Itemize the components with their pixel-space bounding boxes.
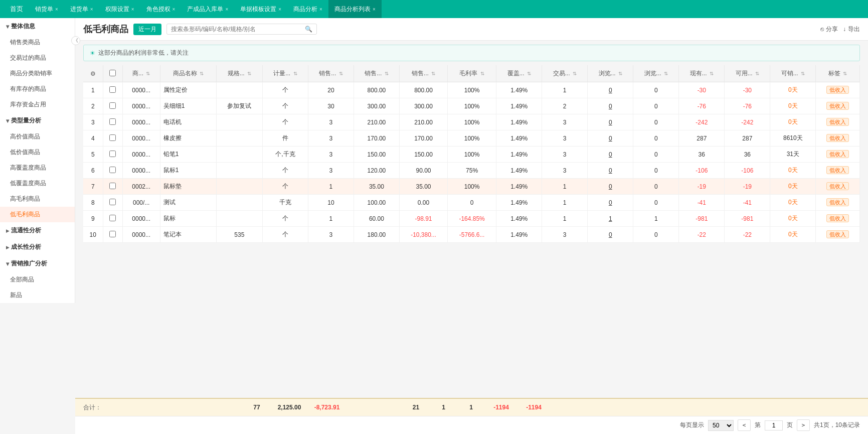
per-page-select[interactable]: 50 100 200	[708, 420, 734, 431]
nav-sales-order[interactable]: 销货单 ×	[29, 0, 64, 18]
cell-checkbox[interactable]	[103, 82, 122, 98]
cell-view1[interactable]: 0	[588, 179, 633, 195]
th-spec[interactable]: 规格... ⇅	[216, 65, 262, 82]
tag-badge: 低收入	[826, 166, 849, 174]
nav-close-analysis-list[interactable]: ×	[373, 7, 376, 12]
cell-view1[interactable]: 0	[588, 163, 633, 179]
date-filter-button[interactable]: 近一月	[133, 24, 161, 35]
nav-purchase-order[interactable]: 进货单 ×	[64, 0, 99, 18]
cell-view1[interactable]: 1	[588, 211, 633, 227]
sidebar-group-type-analysis[interactable]: ▾ 类型量分析	[0, 112, 75, 129]
nav-close-purchase[interactable]: ×	[90, 7, 93, 12]
sidebar-item-stock-goods[interactable]: 有库存的商品	[0, 81, 75, 97]
cell-checkbox[interactable]	[103, 211, 122, 227]
cell-view1[interactable]: 0	[588, 114, 633, 130]
row-checkbox[interactable]	[109, 118, 116, 125]
cell-checkbox[interactable]	[103, 179, 122, 195]
th-trade[interactable]: 交易... ⇅	[542, 65, 588, 82]
nav-goods-analysis[interactable]: 商品分析 ×	[287, 0, 328, 18]
th-current-stock[interactable]: 现有... ⇅	[679, 65, 725, 82]
th-gross-rate[interactable]: 毛利率 ⇅	[448, 65, 496, 82]
sidebar-item-traded-goods[interactable]: 交易过的商品	[0, 50, 75, 66]
th-view2[interactable]: 浏览... ⇅	[633, 65, 679, 82]
sidebar-collapse-button[interactable]: 《	[71, 36, 80, 45]
th-sales-price[interactable]: 销售... ⇅	[354, 65, 399, 82]
row-checkbox[interactable]	[109, 231, 116, 237]
cell-checkbox[interactable]	[103, 98, 122, 114]
search-input[interactable]	[171, 26, 305, 33]
sidebar-item-low-coverage[interactable]: 低覆盖度商品	[0, 176, 75, 191]
sidebar-group-overall[interactable]: ▾ 整体信息	[0, 18, 75, 35]
cell-checkbox[interactable]	[103, 130, 122, 147]
search-icon[interactable]: 🔍	[305, 26, 312, 33]
th-sales-qty[interactable]: 销售... ⇅	[308, 65, 354, 82]
nav-template[interactable]: 单据模板设置 ×	[234, 0, 287, 18]
th-available[interactable]: 可用... ⇅	[725, 65, 770, 82]
cell-checkbox[interactable]	[103, 114, 122, 130]
cell-view1[interactable]: 0	[588, 130, 633, 147]
nav-close-analysis[interactable]: ×	[319, 7, 322, 12]
th-view1[interactable]: 浏览... ⇅	[588, 65, 633, 82]
nav-home[interactable]: 首页	[4, 0, 29, 18]
nav-role-auth[interactable]: 角色授权 ×	[140, 0, 182, 18]
cell-code: 0000...	[122, 147, 160, 163]
cell-checkbox[interactable]	[103, 195, 122, 211]
th-code[interactable]: 商... ⇅	[122, 65, 160, 82]
sidebar-group-flow-analysis[interactable]: ▸ 流通性分析	[0, 222, 75, 239]
nav-close-permission[interactable]: ×	[131, 7, 134, 12]
row-checkbox[interactable]	[109, 102, 116, 109]
sidebar-item-high-value[interactable]: 高价值商品	[0, 129, 75, 144]
sidebar-item-capital-stock[interactable]: 库存资金占用	[0, 97, 75, 112]
th-settings[interactable]: ⚙	[83, 65, 103, 82]
row-checkbox[interactable]	[109, 151, 116, 157]
cell-checkbox[interactable]	[103, 163, 122, 179]
share-icon: ⎋	[820, 26, 824, 33]
cell-view2: 0	[633, 114, 679, 130]
th-tag[interactable]: 标签 ⇅	[816, 65, 860, 82]
nav-close-template[interactable]: ×	[278, 7, 281, 12]
cell-view1[interactable]: 0	[588, 195, 633, 211]
nav-permission[interactable]: 权限设置 ×	[99, 0, 140, 18]
row-checkbox[interactable]	[109, 134, 116, 141]
sidebar-item-sales-goods[interactable]: 销售类商品	[0, 35, 75, 50]
th-unit[interactable]: 计量... ⇅	[262, 65, 308, 82]
sidebar-item-new-goods[interactable]: 新品	[0, 287, 75, 303]
sidebar-item-high-margin[interactable]: 高毛利商品	[0, 191, 75, 207]
cell-name: 电话机	[160, 114, 216, 130]
th-checkbox[interactable]	[103, 65, 122, 82]
page-number-input[interactable]	[765, 420, 783, 430]
sidebar-group-marketing-analysis[interactable]: ▾ 营销推广分析	[0, 255, 75, 272]
th-sales-amount[interactable]: 销售... ⇅	[399, 65, 447, 82]
prev-page-button[interactable]: ＜	[738, 419, 751, 431]
cell-view1[interactable]: 0	[588, 98, 633, 114]
row-checkbox[interactable]	[109, 183, 116, 189]
sidebar-item-all-goods[interactable]: 全部商品	[0, 272, 75, 287]
cell-view1[interactable]: 0	[588, 227, 633, 243]
row-checkbox[interactable]	[109, 167, 116, 173]
nav-goods-analysis-list[interactable]: 商品分析列表 ×	[328, 0, 382, 18]
cell-checkbox[interactable]	[103, 227, 122, 243]
th-name[interactable]: 商品名称 ⇅	[160, 65, 216, 82]
nav-close-storage[interactable]: ×	[225, 7, 228, 12]
row-checkbox[interactable]	[109, 199, 116, 205]
export-button[interactable]: ↓ 导出	[843, 25, 860, 34]
sidebar-item-high-coverage[interactable]: 高覆盖度商品	[0, 160, 75, 176]
nav-close-sales[interactable]: ×	[55, 7, 58, 12]
row-checkbox[interactable]	[109, 215, 116, 221]
share-button[interactable]: ⎋ 分享	[820, 25, 838, 34]
cell-view1[interactable]: 0	[588, 82, 633, 98]
nav-product-storage[interactable]: 产成品入库单 ×	[181, 0, 234, 18]
next-page-button[interactable]: ＞	[797, 419, 810, 431]
sidebar-item-goods-category-rate[interactable]: 商品分类助销率	[0, 66, 75, 81]
nav-close-role[interactable]: ×	[172, 7, 176, 12]
row-checkbox[interactable]	[109, 86, 116, 93]
th-cover[interactable]: 覆盖... ⇅	[496, 65, 542, 82]
cell-view1[interactable]: 0	[588, 147, 633, 163]
sidebar-item-low-value[interactable]: 低价值商品	[0, 144, 75, 160]
table-footer: 合计： 77 2,125.00 -8,723.91 21 1 1 -1194 -…	[75, 398, 868, 416]
sidebar-item-low-margin[interactable]: 低毛利商品	[0, 207, 75, 222]
sidebar-group-growth-analysis[interactable]: ▸ 成长性分析	[0, 239, 75, 255]
select-all-checkbox[interactable]	[109, 70, 116, 76]
cell-checkbox[interactable]	[103, 147, 122, 163]
th-sellable-days[interactable]: 可销... ⇅	[770, 65, 816, 82]
